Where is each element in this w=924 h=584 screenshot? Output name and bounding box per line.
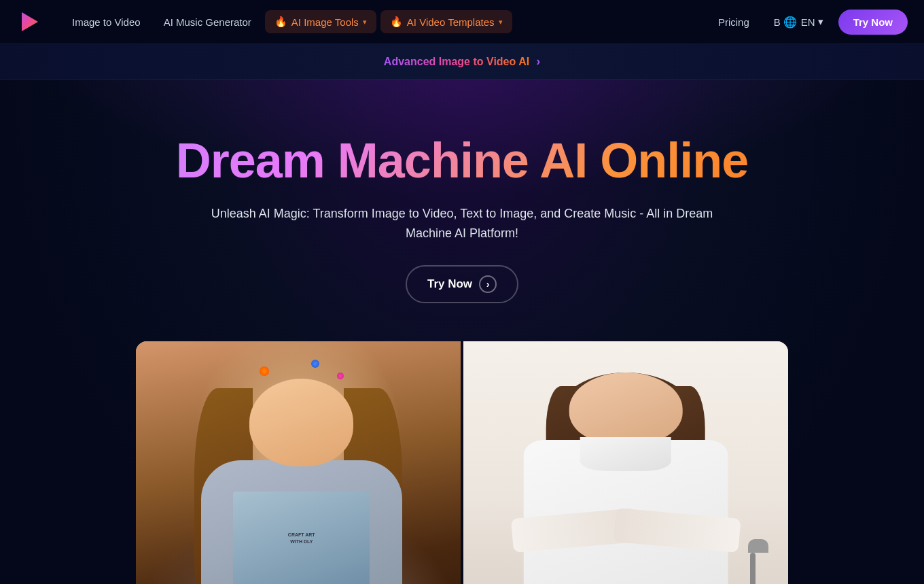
hero-cta-label: Try Now — [427, 277, 472, 291]
svg-marker-0 — [22, 12, 38, 31]
chevron-down-lang: ▾ — [818, 16, 823, 28]
nav-blog-lang[interactable]: B 🌐 EN ▾ — [767, 10, 830, 34]
nav-ai-music-generator[interactable]: AI Music Generator — [154, 11, 261, 33]
nav-links: Image to Video AI Music Generator 🔥 AI I… — [63, 10, 709, 33]
logo[interactable] — [16, 10, 41, 34]
gallery-panel-left: CRAFT ARTWITH DLY — [136, 341, 461, 584]
chevron-down-icon-video: ▾ — [499, 18, 503, 27]
chevron-down-icon: ▾ — [363, 18, 367, 27]
circle-arrow-icon: › — [479, 275, 497, 293]
nav-image-to-video[interactable]: Image to Video — [63, 11, 150, 33]
nav-ai-video-templates[interactable]: 🔥 AI Video Templates ▾ — [380, 10, 512, 33]
gallery-panel-right — [463, 341, 788, 584]
try-now-nav-button[interactable]: Try Now — [838, 10, 908, 35]
person-image-left: CRAFT ARTWITH DLY — [136, 341, 461, 584]
announcement-bar[interactable]: Advanced Image to Video AI › — [0, 44, 924, 80]
hero-section: Dream Machine AI Online Unleash AI Magic… — [0, 80, 924, 584]
hero-subtitle: Unleash AI Magic: Transform Image to Vid… — [197, 204, 727, 243]
navigation: Image to Video AI Music Generator 🔥 AI I… — [0, 0, 924, 44]
nav-right: Pricing B 🌐 EN ▾ Try Now — [709, 10, 908, 35]
globe-icon: 🌐 — [783, 16, 797, 29]
hero-title: Dream Machine AI Online — [14, 134, 910, 188]
hero-try-now-button[interactable]: Try Now › — [406, 265, 518, 303]
person-image-right — [512, 373, 740, 584]
announcement-arrow-icon: › — [536, 54, 540, 69]
fire-icon-video: 🔥 — [390, 16, 403, 28]
lang-label: EN — [801, 16, 815, 28]
hero-image-gallery: CRAFT ARTWITH DLY — [136, 341, 788, 584]
announcement-text: Advanced Image to Video AI — [384, 56, 529, 68]
nav-ai-image-tools[interactable]: 🔥 AI Image Tools ▾ — [265, 10, 376, 33]
fire-icon-image: 🔥 — [274, 16, 287, 28]
nav-pricing[interactable]: Pricing — [709, 11, 759, 33]
blog-label: B — [774, 16, 781, 28]
